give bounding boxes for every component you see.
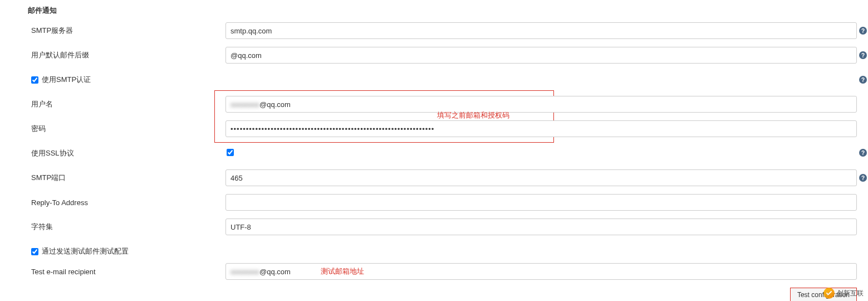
- default-suffix-input[interactable]: [225, 47, 857, 64]
- test-send-checkbox[interactable]: [31, 248, 38, 255]
- row-charset: 字符集: [28, 219, 868, 235]
- section-title: 邮件通知: [28, 6, 868, 16]
- label-password: 密码: [28, 124, 225, 134]
- help-icon[interactable]: ?: [859, 27, 867, 35]
- blurred-text: xxxxxxxx: [231, 100, 259, 109]
- label-smtp-port: SMTP端口: [28, 173, 225, 183]
- row-use-ssl: 使用SSL协议 ?: [28, 145, 868, 162]
- label-smtp-server: SMTP服务器: [28, 26, 225, 36]
- row-test-send: 通过发送测试邮件测试配置: [28, 243, 868, 260]
- annotation-auth-hint: 填写之前邮箱和授权码: [437, 110, 509, 120]
- use-smtp-auth-checkbox[interactable]: [31, 76, 38, 84]
- label-test-recipient: Test e-mail recipient: [28, 268, 225, 276]
- password-input[interactable]: [225, 120, 857, 137]
- help-icon[interactable]: ?: [859, 76, 867, 84]
- label-reply-to: Reply-To Address: [28, 198, 225, 207]
- watermark-logo: 创新互联: [823, 288, 864, 299]
- help-icon[interactable]: ?: [859, 174, 867, 182]
- label-username: 用户名: [28, 99, 225, 109]
- label-charset: 字符集: [28, 222, 225, 232]
- label-default-suffix: 用户默认邮件后缀: [28, 50, 225, 60]
- username-suffix: @qq.com: [259, 100, 291, 109]
- smtp-server-input[interactable]: [225, 22, 857, 39]
- use-ssl-checkbox[interactable]: [227, 149, 234, 156]
- test-recipient-input[interactable]: xxxxxxxx@qq.com 测试邮箱地址: [225, 263, 857, 280]
- blurred-text: xxxxxxxx: [231, 268, 259, 276]
- charset-input[interactable]: [225, 219, 857, 235]
- row-smtp-port: SMTP端口 ?: [28, 169, 868, 186]
- row-reply-to: Reply-To Address: [28, 194, 868, 211]
- check-icon: [823, 288, 835, 299]
- row-test-recipient: Test e-mail recipient xxxxxxxx@qq.com 测试…: [28, 263, 868, 280]
- label-test-send: 通过发送测试邮件测试配置: [42, 246, 129, 256]
- annotation-test-hint: 测试邮箱地址: [321, 266, 364, 276]
- button-row: Test configuration: [28, 288, 868, 301]
- help-icon[interactable]: ?: [859, 149, 867, 157]
- label-use-ssl: 使用SSL协议: [28, 148, 225, 158]
- row-use-smtp-auth: 使用SMTP认证 ?: [28, 71, 868, 88]
- row-smtp-server: SMTP服务器 ?: [28, 22, 868, 39]
- test-recipient-suffix: @qq.com: [259, 268, 291, 276]
- row-password: 密码: [28, 120, 868, 137]
- help-icon[interactable]: ?: [859, 51, 867, 59]
- username-input[interactable]: xxxxxxxx@qq.com: [225, 96, 857, 113]
- smtp-port-input[interactable]: [225, 169, 857, 186]
- watermark-text: 创新互联: [837, 289, 864, 298]
- reply-to-input[interactable]: [225, 194, 857, 211]
- label-use-smtp-auth: 使用SMTP认证: [42, 75, 91, 85]
- row-default-suffix: 用户默认邮件后缀 ?: [28, 47, 868, 64]
